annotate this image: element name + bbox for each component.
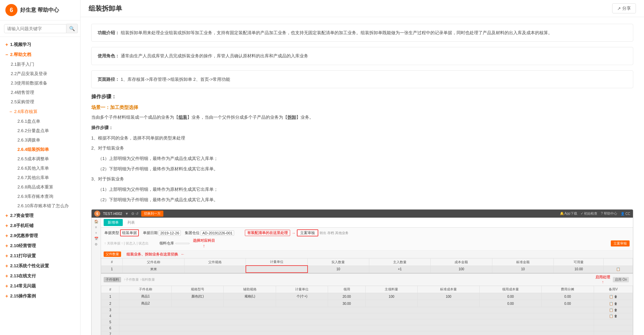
sidebar-item-coupon[interactable]: + 2.9优惠券管理 — [0, 231, 80, 241]
ss-t1r1c1: 1 — [101, 266, 123, 273]
ss-parent-section: 父件数量 组装业务、拆卸业务在这里切换 ← # 父件名称 父件规格 — [101, 250, 633, 273]
sidebar-item-videos[interactable]: + 1.视频学习 — [0, 40, 80, 50]
sidebar-item-system[interactable]: + 2.12系统个性化设置 — [0, 261, 80, 271]
ss-type-field: 单据类型 组装单据 — [104, 229, 139, 236]
sidebar-item-other-out[interactable]: 2.6.7其他出库单 — [0, 173, 80, 182]
sidebar-item-stocktake[interactable]: 2.6.1盘点单 — [0, 117, 80, 126]
sidebar-item-stock[interactable]: − 2.6库存核算 — [0, 107, 80, 117]
ss-t2r2c7 — [365, 300, 417, 307]
sidebar-item-faq[interactable]: + 2.14常见问题 — [0, 281, 80, 291]
ss-icon-help: ? 帮助中心 — [601, 211, 617, 216]
search-area: 🔍 — [0, 20, 80, 37]
ss-app-header: 6 TEST-H002 ▼ ⚙ ↺ 切换到一方 🔔 App下载 ✓ 初始检查 ?… — [92, 210, 633, 218]
page-title: 组装拆卸单 — [89, 4, 122, 13]
sidebar-item-print[interactable]: + 2.11打印设置 — [0, 251, 80, 261]
ss-icon-calendar: 📅 — [94, 237, 98, 240]
ss-sidebar-icons: 🏠 ≡ + 📅 ⚙ — [92, 218, 101, 335]
sidebar-item-mobile[interactable]: + 2.8手机旺铺 — [0, 221, 80, 231]
ss-table2-row3: 3 📋 🗑 — [101, 307, 633, 313]
ss-t1r1c3 — [184, 266, 246, 273]
ss-t2r6-empty — [119, 325, 594, 331]
sidebar-item-assembly[interactable]: 2.6.4组装拆卸单 — [0, 145, 80, 154]
ss-main-btn: 切换到一方 — [141, 211, 163, 217]
sidebar-item-split[interactable]: 2.6.2分量盘点单 — [0, 126, 80, 135]
ss-table2: # 子件名称 规格型号 辅助规格 计量单位 领用 主领料量 标准成本量 领用成本… — [101, 286, 633, 335]
ss-t1r1c10: 📋 — [604, 266, 633, 273]
ss-th1-1: # — [101, 259, 123, 266]
sidebar-item-purchase[interactable]: 2.5采购管理 — [0, 97, 80, 107]
sidebar-item-docs[interactable]: − 2.帮助文档 — [0, 50, 80, 60]
collapse-icon-stock: − — [9, 109, 12, 114]
ss-arrow1: → — [291, 231, 296, 235]
ss-t1r1c5: 10 — [308, 266, 369, 273]
ss-type-label: 单据类型 — [104, 230, 119, 235]
ss-t2r1c10: 0.00 — [542, 293, 594, 300]
ss-t2r1c9: 0.00 — [480, 293, 542, 300]
ss-t2r1c2: 商品1 — [119, 293, 171, 300]
logo-area: 6 好生意 帮助中心 — [0, 0, 80, 20]
sidebar-item-stock-error[interactable]: 2.6.10库存账本错了怎么办 — [0, 201, 80, 211]
ss-table2-row6: 6 — [101, 325, 633, 331]
ss-table2-row7: 7 — [101, 331, 633, 335]
sidebar-item-cost-recalc[interactable]: 2.6.8商品成本重算 — [0, 182, 80, 192]
share-button[interactable]: ↗ 分享 — [612, 3, 636, 13]
search-input[interactable] — [4, 24, 66, 33]
sidebar: 6 好生意 帮助中心 🔍 + 1.视频学习 − 2.帮助文档 2.1新手入门 2… — [0, 0, 80, 335]
ss-table2-row5: 5 — [101, 319, 633, 325]
ss-tab-new: 新增单 — [104, 219, 123, 226]
sidebar-item-payment[interactable]: + 2.13在线支付 — [0, 271, 80, 281]
ss-annotation1-area: 有装配清单的在这里处理 → 立案审核 转出 存档 其他业务 — [245, 229, 348, 236]
step2b: （2）下部明细为子件明细，最终作为原材料生成其它出库单。 — [91, 165, 633, 173]
ss-date-label: 单据日期 — [143, 230, 158, 235]
expand-icon-faq: + — [5, 283, 8, 289]
ss-type-input: 组装单据 — [120, 229, 139, 236]
ss-action-btns: 转出 存档 其他业务 — [320, 231, 348, 235]
sidebar-item-cost-adjust[interactable]: 2.6.5成本调整单 — [0, 154, 80, 164]
ss-th1-5: 实入数量 — [308, 259, 369, 266]
ss-t2r7c11 — [594, 331, 633, 335]
sidebar-item-adjust[interactable]: 2.6.3调拨单 — [0, 135, 80, 145]
ss-th1-4: 计量单位 — [246, 259, 308, 266]
sidebar-item-sales[interactable]: 2.4销售管理 — [0, 88, 80, 97]
ss-th2-10: 费用分摊 — [542, 286, 594, 293]
expand-icon-print: + — [5, 253, 8, 259]
function-intro-label: 功能介绍： — [98, 30, 119, 35]
ss-th2-5: 计量单位 — [276, 286, 328, 293]
search-button[interactable]: 🔍 — [66, 24, 78, 33]
sidebar-item-install[interactable]: 2.2产品安装及登录 — [0, 69, 80, 78]
logo-text: 好生意 帮助中心 — [20, 7, 59, 14]
ss-t2r1c7: 100 — [365, 293, 417, 300]
ops-label: 操作步骤： — [91, 94, 633, 100]
ss-icon-home: 🏠 — [94, 220, 98, 223]
ss-t2r1c4: 规格(L) — [224, 293, 276, 300]
sidebar-item-dataprep[interactable]: 2.3使用前数据准备 — [0, 78, 80, 88]
ss-confirm-btn: 立案审核 — [297, 229, 318, 236]
ss-dropdown-icon: ▼ — [125, 212, 128, 216]
scene1-label: 场景一：加工类型选择 — [91, 105, 633, 111]
ss-t2r2c11: 📋 🗑 — [594, 300, 633, 307]
sidebar-item-ops[interactable]: + 2.10经营管理 — [0, 241, 80, 251]
step3a: （1）上部明细为父件明细，最终作为原材料生成其它出库单； — [91, 185, 633, 194]
ss-t2r1c5: 个(个+) — [276, 293, 328, 300]
ss-annotation2: 选择对应科目 — [193, 238, 215, 243]
sidebar-item-stock-query[interactable]: 2.6.9库存账本查询 — [0, 192, 80, 201]
ss-th1-10 — [604, 259, 633, 266]
ss-form-header: 单据类型 组装单据 单据日期 2019-12-26 集团仓位 AD-201912… — [101, 228, 633, 250]
ss-t2r1c1: 1 — [101, 293, 119, 300]
step2a: （1）上部明细为父件明细，最终作为产成品生成其它入库单； — [91, 155, 633, 163]
ss-t2r7c1: 7 — [101, 331, 119, 335]
ops-steps-label: 操作步骤： — [91, 124, 633, 132]
ss-no-label: 集团仓位 — [185, 230, 200, 235]
ss-t2r1c11: 📋 🗑 — [594, 293, 633, 300]
step2: 2、对于组装业务 — [91, 144, 633, 153]
function-intro-block: 功能介绍： 组装拆卸单用来处理企业组装或拆卸等加工业务，支持有固定装配清单的产品… — [91, 24, 633, 42]
step3b: （2）下部明细为子件明细，最终作为产成品生成其它入库单。 — [91, 196, 633, 204]
sidebar-item-cases[interactable]: + 2.15操作案例 — [0, 291, 80, 301]
ss-t2r1c8: 100 — [418, 293, 480, 300]
sidebar-item-newbie[interactable]: 2.1新手入门 — [0, 60, 80, 69]
sidebar-item-other-in[interactable]: 2.6.6其他入库单 — [0, 164, 80, 173]
sidebar-item-fund[interactable]: + 2.7资金管理 — [0, 211, 80, 221]
ss-th1-8: 标准金额 — [492, 259, 554, 266]
logo-icon: 6 — [5, 4, 17, 16]
ss-th2-4: 辅助规格 — [224, 286, 276, 293]
